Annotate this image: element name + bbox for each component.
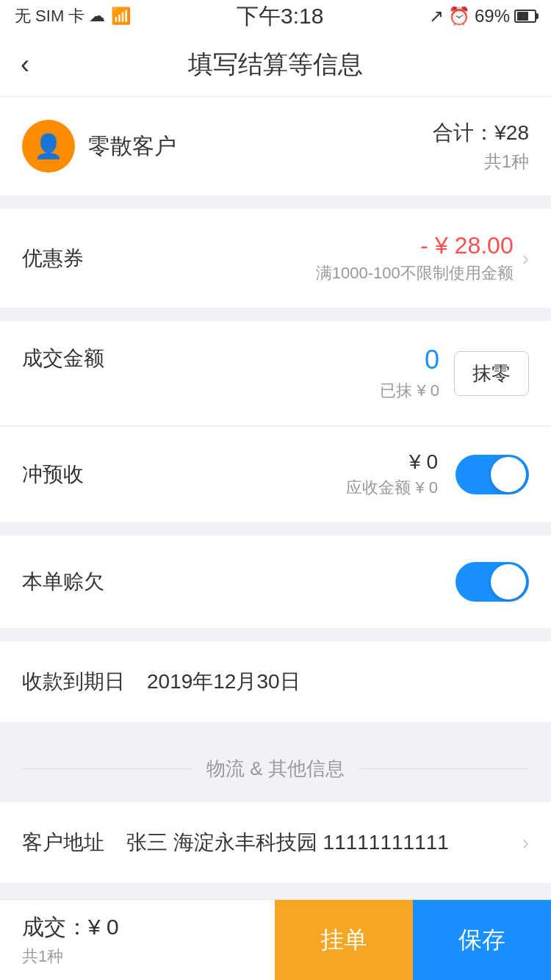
coupon-label: 优惠券 xyxy=(22,245,84,273)
coupon-right: - ¥ 28.00 满1000-100不限制使用金额 › xyxy=(316,232,529,284)
coupon-row[interactable]: 优惠券 - ¥ 28.00 满1000-100不限制使用金额 › xyxy=(22,209,529,308)
nav-bar: ‹ 填写结算等信息 xyxy=(0,32,551,97)
debt-label: 本单赊欠 xyxy=(22,568,104,596)
round-zero-button[interactable]: 抹零 xyxy=(454,351,529,396)
advance-right: ¥ 0 应收金额 ¥ 0 xyxy=(346,450,529,499)
save-button[interactable]: 保存 xyxy=(413,900,551,980)
toggle-knob xyxy=(491,457,526,492)
alarm-icon: ⏰ xyxy=(448,6,470,26)
due-date-label: 收款到期日 xyxy=(22,668,125,696)
status-left: 无 SIM 卡 ☁ 📶 xyxy=(15,5,131,27)
deal-advance-section: 成交金额 0 已抹 ¥ 0 抹零 冲预收 ¥ 0 应收金额 ¥ 0 xyxy=(0,321,551,522)
divider-left xyxy=(22,768,192,769)
status-right: ↗ ⏰ 69% xyxy=(429,6,536,26)
battery-percent: 69% xyxy=(475,6,510,26)
wifi-icon: 📶 xyxy=(111,7,131,26)
deal-sub: 已抹 ¥ 0 xyxy=(380,380,439,402)
address-chevron-icon: › xyxy=(522,831,529,854)
avatar-icon: 👤 xyxy=(34,132,63,160)
due-date-row: 收款到期日 2019年12月30日 xyxy=(0,641,551,722)
customer-row: 👤 零散客户 合计：¥28 共1种 xyxy=(0,97,551,195)
bottom-bar: 成交：¥ 0 共1种 挂单 保存 xyxy=(0,899,551,980)
advance-label: 冲预收 xyxy=(22,461,84,489)
bottom-deal-text: 成交：¥ 0 xyxy=(22,912,253,943)
deal-amount-label: 成交金额 xyxy=(22,345,104,372)
advance-toggle[interactable] xyxy=(455,455,529,494)
debt-toggle-knob xyxy=(491,564,526,599)
address-left: 客户地址 张三 海淀永丰科技园 11111111111 xyxy=(22,829,449,857)
status-bar: 无 SIM 卡 ☁ 📶 下午3:18 ↗ ⏰ 69% xyxy=(0,0,551,32)
coupon-value-block: - ¥ 28.00 满1000-100不限制使用金额 xyxy=(316,232,514,284)
bottom-deal-value: ¥ 0 xyxy=(88,915,119,939)
chevron-right-icon: › xyxy=(522,247,529,270)
back-button[interactable]: ‹ xyxy=(21,49,29,80)
deal-value: 0 xyxy=(380,345,439,375)
deal-value-block: 0 已抹 ¥ 0 xyxy=(380,345,439,402)
customer-left: 👤 零散客户 xyxy=(22,120,176,173)
due-date-value: 2019年12月30日 xyxy=(147,668,300,696)
total-count: 共1种 xyxy=(433,150,529,173)
advance-row: 冲预收 ¥ 0 应收金额 ¥ 0 xyxy=(0,427,551,522)
deal-right: 0 已抹 ¥ 0 抹零 xyxy=(380,345,529,402)
deal-amount-row: 成交金额 0 已抹 ¥ 0 抹零 xyxy=(0,321,551,426)
bottom-count: 共1种 xyxy=(22,945,253,968)
battery-fill xyxy=(517,12,528,21)
logistics-label: 物流 & 其他信息 xyxy=(206,756,345,782)
total-price: 合计：¥28 xyxy=(433,119,529,147)
logistics-divider: 物流 & 其他信息 xyxy=(0,735,551,802)
coupon-amount: - ¥ 28.00 xyxy=(316,232,514,259)
advance-sub: 应收金额 ¥ 0 xyxy=(346,477,438,499)
status-time: 下午3:18 xyxy=(237,1,323,32)
debt-row: 本单赊欠 xyxy=(0,536,551,628)
avatar: 👤 xyxy=(22,120,75,173)
customer-name: 零散客户 xyxy=(88,131,176,162)
advance-amount: ¥ 0 xyxy=(346,450,438,474)
advance-values: ¥ 0 应收金额 ¥ 0 xyxy=(346,450,438,499)
address-row[interactable]: 客户地址 张三 海淀永丰科技园 11111111111 › xyxy=(0,802,551,883)
debt-toggle[interactable] xyxy=(455,562,529,602)
main-content: 👤 零散客户 合计：¥28 共1种 优惠券 - ¥ 28.00 满1000-10… xyxy=(0,97,551,980)
page-title: 填写结算等信息 xyxy=(188,48,363,82)
sim-label: 无 SIM 卡 ☁ xyxy=(15,5,105,27)
battery-icon xyxy=(514,10,536,23)
customer-right: 合计：¥28 共1种 xyxy=(433,119,529,173)
address-label: 客户地址 xyxy=(22,829,104,857)
bottom-deal-label: 成交： xyxy=(22,915,88,939)
divider-right xyxy=(359,768,529,769)
coupon-section: 优惠券 - ¥ 28.00 满1000-100不限制使用金额 › xyxy=(0,209,551,308)
hang-order-button[interactable]: 挂单 xyxy=(275,900,413,980)
coupon-desc: 满1000-100不限制使用金额 xyxy=(316,262,514,284)
bottom-info: 成交：¥ 0 共1种 xyxy=(0,912,275,968)
location-icon: ↗ xyxy=(429,6,444,26)
address-value: 张三 海淀永丰科技园 11111111111 xyxy=(126,829,449,857)
